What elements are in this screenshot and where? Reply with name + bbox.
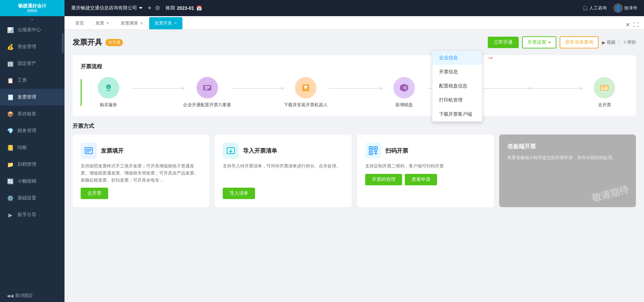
step-download-label: 下载并安装开票机器人	[284, 102, 328, 108]
sidebar-item-closing[interactable]: 📒 结账	[0, 139, 65, 156]
method-fill-title: 发票填开	[101, 147, 124, 155]
svg-text:+: +	[406, 83, 408, 87]
sidebar-item-guide[interactable]: ▶ 新手引导	[0, 206, 65, 223]
calendar-icon[interactable]: 📅	[196, 5, 202, 11]
tab-invoice-close[interactable]: ✕	[106, 21, 109, 26]
header-middle: 重庆畅捷交通信息咨询有限公司 + ⚙ 账期 2023-01 📅	[65, 0, 576, 16]
question-icon: ?	[624, 40, 626, 45]
guide-icon: ▶	[7, 211, 14, 219]
add-button[interactable]: +	[148, 5, 152, 12]
company-name: 重庆畅捷交通信息咨询有限公司	[71, 5, 137, 11]
page-title: 发票开具	[73, 37, 102, 47]
step-config-label: 企业开通配置开票六要素	[183, 102, 231, 108]
method-card-boss: 老板端开票 查看老板端小程序提交的开票申请，并作出相应的处理。 敬请期待	[499, 135, 636, 207]
user-info[interactable]: 👤 徐泽华	[613, 3, 637, 13]
sidebar-item-payroll[interactable]: 📋 工资	[0, 72, 65, 89]
activate-button[interactable]: 立即开通	[488, 37, 519, 48]
tab-invoice-tool[interactable]: 发票开具 ✕	[149, 17, 182, 29]
help-button[interactable]: ? 帮助	[624, 39, 636, 45]
payroll-icon: 📋	[7, 77, 14, 84]
step-go-invoice-label: 去开票	[598, 102, 611, 108]
dropdown-menu: 企业信息 → 开票信息 配置税盘信息 打印机管理	[432, 50, 482, 122]
method-card-scan: 扫码开票 支持定制开票二维码，客户端可扫码开票 开票码管理 查看申请	[357, 135, 494, 207]
method-scan-qr-btn[interactable]: 开票码管理	[365, 174, 402, 185]
flow-step-add-disk: 税 + 新增税盘	[381, 77, 428, 108]
flow-step-download: 下载并安装开票机器人	[282, 77, 329, 108]
sidebar-item-cloud-report[interactable]: 📊 云报表中心	[0, 22, 65, 38]
flow-step-config: 企业开通配置开票六要素	[183, 77, 231, 108]
step-config-icon	[197, 77, 218, 99]
svg-rect-14	[602, 86, 607, 87]
gear-icon[interactable]: ⚙	[155, 4, 160, 12]
flow-connector-3	[329, 88, 380, 89]
company-selector[interactable]: 重庆畅捷交通信息咨询有限公司	[71, 5, 142, 11]
tab-home[interactable]: 首页	[70, 17, 89, 29]
flow-step-go-invoice: 去开票	[581, 77, 628, 108]
dropdown-item-invoice-info[interactable]: 开票信息	[432, 65, 482, 79]
method-boss-title: 老板端开票	[507, 143, 536, 150]
inventory-icon: 📦	[7, 110, 14, 118]
tab-invoice-tool-close[interactable]: ✕	[174, 21, 177, 26]
invoice-icon: 🧾	[7, 93, 14, 101]
cloud-report-icon: 📊	[7, 26, 14, 34]
tab-invoice-calc-close[interactable]: ✕	[140, 21, 143, 26]
step-download-icon	[295, 77, 316, 99]
flow-section: 开票流程 + 购买服务	[73, 55, 636, 116]
tab-controls: ✕ ⛶	[626, 22, 639, 29]
sidebar-scrollbar[interactable]	[62, 33, 64, 53]
sidebar-scroll-up[interactable]: ▲	[0, 16, 65, 22]
svg-rect-7	[304, 86, 307, 88]
method-card-fill: 发票填开 支持按照发票样式手工填开发票；可开具增值税电子普通发票、增值税普通发票…	[73, 135, 209, 207]
chevron-down-icon	[139, 7, 142, 9]
flow-section-title: 开票流程	[81, 63, 628, 70]
sidebar-bottom[interactable]: ◀◀ 取消固定	[0, 289, 65, 302]
svg-rect-18	[86, 149, 91, 150]
step-add-disk-label: 新增税盘	[395, 102, 413, 108]
flow-connector-1	[132, 88, 183, 89]
sidebar-item-tax[interactable]: 💎 税务管理	[0, 122, 65, 139]
dropdown-item-printer[interactable]: 打印机管理	[432, 93, 482, 107]
headset-icon: 🎧	[583, 6, 588, 11]
tab-maximize-icon[interactable]: ⛶	[633, 22, 639, 28]
flow-active-indicator	[81, 79, 82, 106]
consult-button[interactable]: 🎧 人工咨询	[583, 5, 607, 11]
svg-rect-8	[304, 88, 307, 89]
sidebar-item-fixed-assets[interactable]: 🏢 固定资产	[0, 55, 65, 72]
sidebar-item-fund[interactable]: 💰 资金管理	[0, 38, 65, 55]
method-fill-desc: 支持按照发票样式手工填开发票；可开具增值税电子普通发票、增值税普通发票、增值税专…	[81, 163, 201, 184]
tab-invoice[interactable]: 发票 ✕	[90, 17, 115, 29]
abnormal-list-button[interactable]: 异常清单查询	[560, 36, 599, 48]
svg-rect-26	[370, 148, 372, 149]
tax-icon: 💎	[7, 127, 14, 135]
tab-close-icon[interactable]: ✕	[626, 22, 630, 28]
main-layout: ▲ 📊 云报表中心 💰 资金管理 🏢 固定资产 📋 工资 🧾 发票管理 📦 库存…	[0, 16, 644, 302]
sidebar-item-settings[interactable]: ⚙️ 基础设置	[0, 190, 65, 206]
dropdown-item-company-info[interactable]: 企业信息 →	[432, 51, 482, 65]
dropdown-item-tax-disk[interactable]: 配置税盘信息	[432, 79, 482, 93]
tab-invoice-calc[interactable]: 发票测算 ✕	[115, 17, 148, 29]
sidebar-item-archive[interactable]: 📁 归档管理	[0, 156, 65, 173]
report-icon: 🔄	[7, 178, 14, 185]
method-import-icon	[223, 143, 239, 159]
method-scan-title: 扫码开票	[385, 147, 408, 155]
invoice-settings-button[interactable]: 开票设置	[522, 36, 556, 48]
username: 徐泽华	[624, 5, 637, 11]
pin-icon: ◀◀	[7, 293, 13, 298]
svg-rect-19	[86, 150, 91, 151]
methods-grid: 发票填开 支持按照发票样式手工填开发票；可开具增值税电子普通发票、增值税普通发票…	[73, 135, 636, 207]
method-fill-btn[interactable]: 去开票	[81, 188, 108, 199]
flow-connector-6	[530, 88, 581, 89]
sidebar-item-inventory[interactable]: 📦 库存核算	[0, 106, 65, 122]
header-right: 🎧 人工咨询 👤 徐泽华	[576, 3, 644, 13]
archive-icon: 📁	[7, 161, 14, 168]
watermark: 敬请期待	[591, 183, 630, 205]
method-scan-btns: 开票码管理 查看申请	[365, 174, 486, 185]
methods-section-title: 开票方式	[73, 123, 636, 130]
method-import-btn[interactable]: 导入清单	[223, 188, 255, 199]
page-header: 发票开具 待开通 立即开通 开票设置 企业信息	[73, 36, 636, 48]
method-scan-apply-btn[interactable]: 查看申请	[405, 174, 437, 185]
sidebar-item-report[interactable]: 🔄 小畅报销	[0, 173, 65, 190]
dropdown-item-download-client[interactable]: 下载开票客户端	[432, 107, 482, 121]
video-button[interactable]: ▶ 视频	[602, 39, 615, 45]
sidebar-item-invoice[interactable]: 🧾 发票管理	[0, 89, 65, 106]
